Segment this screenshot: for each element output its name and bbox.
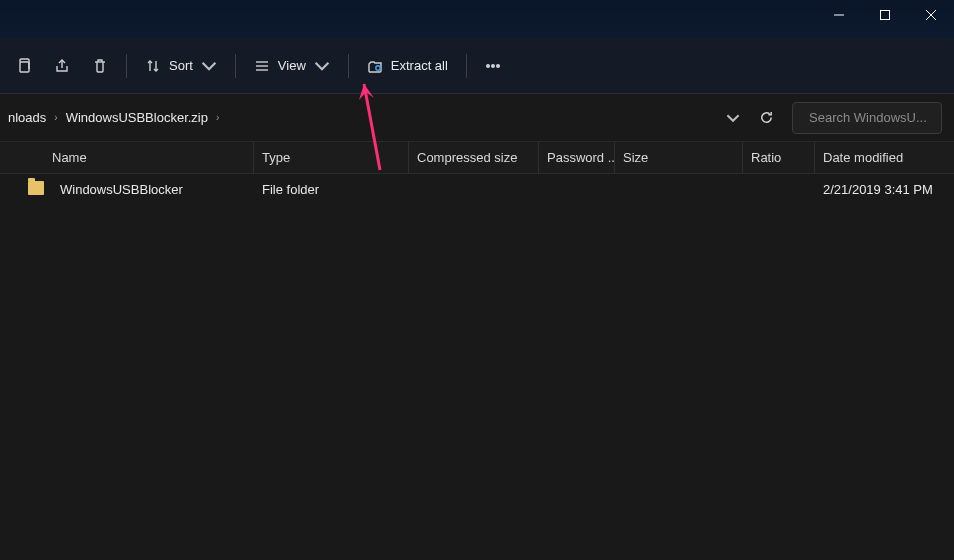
address-dropdown-icon[interactable] <box>726 111 740 125</box>
copy-button[interactable] <box>6 48 42 84</box>
svg-rect-4 <box>20 62 29 72</box>
file-name: WindowsUSBBlocker <box>52 182 254 197</box>
column-header-type[interactable]: Type <box>254 142 409 173</box>
chevron-down-icon <box>201 58 217 74</box>
column-header-ratio[interactable]: Ratio <box>743 142 815 173</box>
more-icon <box>485 58 501 74</box>
sort-button[interactable]: Sort <box>135 48 227 84</box>
svg-rect-1 <box>881 11 890 20</box>
toolbar-divider <box>466 54 467 78</box>
close-button[interactable] <box>908 0 954 30</box>
breadcrumb[interactable]: nloads › WindowsUSBBlocker.zip › <box>0 102 714 134</box>
folder-icon <box>28 181 44 197</box>
share-button[interactable] <box>44 48 80 84</box>
toolbar-divider <box>235 54 236 78</box>
toolbar-divider <box>126 54 127 78</box>
toolbar: Sort View Extract all <box>0 38 954 94</box>
column-header-date[interactable]: Date modified <box>815 142 954 173</box>
view-label: View <box>278 58 306 73</box>
breadcrumb-segment[interactable]: WindowsUSBBlocker.zip <box>66 110 208 125</box>
chevron-right-icon: › <box>214 112 221 123</box>
minimize-button[interactable] <box>816 0 862 30</box>
file-type: File folder <box>254 182 409 197</box>
titlebar[interactable] <box>0 0 954 38</box>
search-box[interactable] <box>792 102 942 134</box>
column-header-name[interactable]: Name <box>44 142 254 173</box>
extract-all-button[interactable]: Extract all <box>357 48 458 84</box>
more-button[interactable] <box>475 48 511 84</box>
refresh-button[interactable] <box>752 104 780 132</box>
svg-point-9 <box>487 64 490 67</box>
list-item[interactable]: WindowsUSBBlocker File folder 2/21/2019 … <box>0 174 954 204</box>
column-headers: Name Type Compressed size Password ... S… <box>0 142 954 174</box>
column-header-compressed[interactable]: Compressed size <box>409 142 539 173</box>
chevron-right-icon: › <box>52 112 59 123</box>
svg-point-8 <box>376 65 380 69</box>
file-explorer-window: Sort View Extract all nloads › WindowsUS… <box>0 0 954 560</box>
maximize-button[interactable] <box>862 0 908 30</box>
sort-label: Sort <box>169 58 193 73</box>
file-list[interactable]: WindowsUSBBlocker File folder 2/21/2019 … <box>0 174 954 560</box>
column-header-password[interactable]: Password ... <box>539 142 615 173</box>
search-input[interactable] <box>809 110 954 125</box>
svg-point-10 <box>492 64 495 67</box>
address-bar-row: nloads › WindowsUSBBlocker.zip › <box>0 94 954 142</box>
column-header-size[interactable]: Size <box>615 142 743 173</box>
file-date: 2/21/2019 3:41 PM <box>815 182 954 197</box>
extract-all-label: Extract all <box>391 58 448 73</box>
delete-button[interactable] <box>82 48 118 84</box>
view-button[interactable]: View <box>244 48 340 84</box>
chevron-down-icon <box>314 58 330 74</box>
extract-icon <box>367 58 383 74</box>
toolbar-divider <box>348 54 349 78</box>
breadcrumb-segment[interactable]: nloads <box>8 110 46 125</box>
svg-point-11 <box>497 64 500 67</box>
